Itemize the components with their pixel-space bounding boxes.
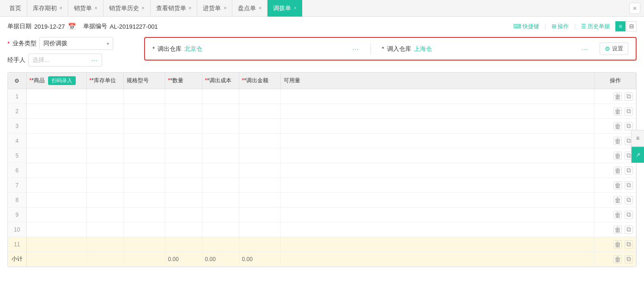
shortcut-btn[interactable]: ⌨ 快捷键	[513, 23, 539, 31]
row-amount[interactable]	[239, 222, 280, 237]
delete-row-icon[interactable]: 🗑	[614, 152, 622, 160]
calendar-icon[interactable]: 📅	[68, 23, 76, 30]
copy-row-icon[interactable]: ⧉	[625, 92, 633, 101]
row-spec[interactable]	[123, 178, 165, 193]
tab-stocktake[interactable]: 盘点单 ×	[232, 0, 267, 17]
row-qty[interactable]	[165, 178, 202, 193]
row-amount[interactable]	[239, 134, 280, 148]
row-amount[interactable]	[239, 237, 280, 252]
row-cost[interactable]	[202, 208, 239, 222]
row-avail[interactable]	[280, 222, 595, 237]
copy-row-icon[interactable]: ⧉	[625, 122, 633, 130]
delete-row-icon[interactable]: 🗑	[614, 107, 622, 116]
row-amount[interactable]	[239, 208, 280, 222]
row-unit[interactable]	[86, 208, 123, 222]
row-unit[interactable]	[86, 134, 123, 148]
row-qty[interactable]	[165, 237, 202, 252]
tab-close-sales-history[interactable]: ×	[142, 6, 145, 11]
row-qty[interactable]	[165, 134, 202, 148]
copy-row-icon[interactable]: ⧉	[625, 166, 633, 175]
tab-transfer[interactable]: 调拨单 ×	[267, 0, 303, 17]
row-unit[interactable]	[86, 237, 123, 252]
delete-row-icon[interactable]: 🗑	[614, 166, 622, 175]
expand-float-btn[interactable]: ↗	[631, 146, 644, 163]
row-spec[interactable]	[123, 134, 165, 148]
row-avail[interactable]	[280, 178, 595, 193]
copy-row-icon[interactable]: ⧉	[625, 240, 633, 249]
row-goods[interactable]	[26, 89, 86, 104]
row-avail[interactable]	[280, 163, 595, 178]
row-avail[interactable]	[280, 148, 595, 163]
row-goods[interactable]	[26, 119, 86, 134]
row-avail[interactable]	[280, 119, 595, 134]
tab-close-inventory-init[interactable]: ×	[60, 6, 62, 11]
copy-row-icon[interactable]: ⧉	[625, 211, 633, 219]
row-spec[interactable]	[123, 222, 165, 237]
tab-close-transfer[interactable]: ×	[294, 6, 297, 11]
warehouse-in-more-btn[interactable]: ···	[582, 45, 589, 53]
row-spec[interactable]	[123, 119, 165, 134]
warehouse-in-value[interactable]: 上海仓	[414, 45, 579, 53]
delete-row-icon[interactable]: 🗑	[614, 137, 622, 145]
delete-row-icon[interactable]: 🗑	[614, 92, 622, 101]
window-close-button[interactable]: ×	[629, 3, 640, 14]
row-amount[interactable]	[239, 193, 280, 208]
row-unit[interactable]	[86, 148, 123, 163]
row-cost[interactable]	[202, 163, 239, 178]
tab-home[interactable]: 首页	[4, 0, 27, 17]
row-qty[interactable]	[165, 222, 202, 237]
delete-row-icon[interactable]: 🗑	[614, 211, 622, 219]
row-cost[interactable]	[202, 222, 239, 237]
row-qty[interactable]	[165, 208, 202, 222]
delete-row-icon[interactable]: 🗑	[614, 122, 622, 130]
biz-type-select[interactable]: 同价调拨 ▾	[39, 37, 113, 50]
warehouse-out-value[interactable]: 北京仓	[184, 45, 350, 53]
row-goods[interactable]	[26, 104, 86, 119]
row-qty[interactable]	[165, 89, 202, 104]
th-settings[interactable]: ⚙	[8, 73, 26, 89]
row-spec[interactable]	[123, 89, 165, 104]
row-unit[interactable]	[86, 104, 123, 119]
row-cost[interactable]	[202, 104, 239, 119]
row-spec[interactable]	[123, 193, 165, 208]
row-avail[interactable]	[280, 134, 595, 148]
row-avail[interactable]	[280, 104, 595, 119]
handler-select[interactable]: 选择... ···	[28, 54, 102, 67]
delete-row-icon[interactable]: 🗑	[614, 196, 622, 204]
row-avail[interactable]	[280, 208, 595, 222]
settings-button[interactable]: ⚙ 设置	[600, 43, 628, 55]
row-cost[interactable]	[202, 178, 239, 193]
row-amount[interactable]	[239, 104, 280, 119]
tab-sales-history[interactable]: 销货单历史 ×	[103, 0, 151, 17]
tab-inventory-init[interactable]: 库存期初 ×	[27, 0, 68, 17]
row-amount[interactable]	[239, 148, 280, 163]
tab-close-sales[interactable]: ×	[95, 6, 97, 11]
row-qty[interactable]	[165, 193, 202, 208]
row-qty[interactable]	[165, 104, 202, 119]
tab-purchase[interactable]: 进货单 ×	[197, 0, 232, 17]
row-amount[interactable]	[239, 178, 280, 193]
row-unit[interactable]	[86, 222, 123, 237]
row-unit[interactable]	[86, 193, 123, 208]
row-cost[interactable]	[202, 193, 239, 208]
scan-btn[interactable]: 扫码录入	[48, 76, 76, 85]
tab-close-view-sales[interactable]: ×	[189, 6, 192, 11]
row-avail[interactable]	[280, 193, 595, 208]
row-unit[interactable]	[86, 163, 123, 178]
warehouse-out-more-btn[interactable]: ···	[352, 45, 359, 53]
row-unit[interactable]	[86, 89, 123, 104]
copy-row-icon[interactable]: ⧉	[625, 181, 633, 189]
tab-view-sales[interactable]: 查看销货单 ×	[151, 0, 198, 17]
row-goods[interactable]	[26, 163, 86, 178]
row-spec[interactable]	[123, 208, 165, 222]
copy-row-icon[interactable]: ⧉	[625, 107, 633, 116]
subtotal-copy-icon[interactable]: ⧉	[625, 255, 633, 263]
row-cost[interactable]	[202, 134, 239, 148]
row-amount[interactable]	[239, 89, 280, 104]
row-cost[interactable]	[202, 148, 239, 163]
row-qty[interactable]	[165, 119, 202, 134]
delete-row-icon[interactable]: 🗑	[614, 240, 622, 249]
row-goods[interactable]	[26, 222, 86, 237]
tab-sales[interactable]: 销货单 ×	[68, 0, 103, 17]
row-cost[interactable]	[202, 119, 239, 134]
